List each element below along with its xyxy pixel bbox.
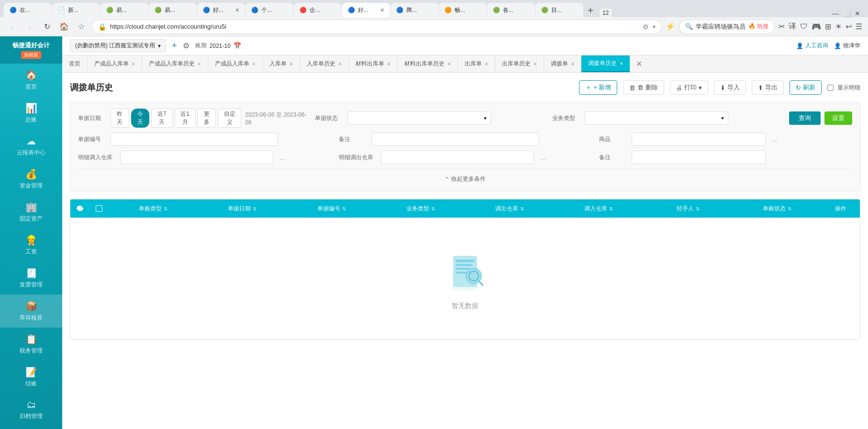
company-selector[interactable]: (勿删勿禁用) 江西服宝测试专用 ▾ <box>70 39 166 52</box>
tab-close-rkd[interactable]: × <box>289 61 293 67</box>
browser-tab-8[interactable]: 🔵 好... × <box>342 3 390 17</box>
grid-icon[interactable]: ⊞ <box>825 22 831 31</box>
search-bar[interactable]: 🔍 学霸应聘场驱鸟员 🔥 热搜 <box>679 20 775 34</box>
th-biz-type[interactable]: 业务类型 ⇅ <box>376 205 465 213</box>
nav-star-btn[interactable]: ☆ <box>75 20 88 33</box>
browser-tab-9[interactable]: 🔵 腾... <box>390 3 438 17</box>
refresh-btn[interactable]: ↻ 刷新 <box>790 80 822 95</box>
tab-close-ccrk[interactable]: × <box>132 61 135 67</box>
sidebar-item-home[interactable]: 🏠 首页 <box>0 64 62 97</box>
history-icon[interactable]: ↩ <box>846 22 852 31</box>
nav-forward-btn[interactable]: › <box>23 20 36 33</box>
collapse-btn[interactable]: ⌃ 收起更多条件 <box>445 173 486 185</box>
status-select[interactable]: ▾ <box>347 111 491 125</box>
th-settings[interactable] <box>70 205 89 212</box>
tab-close-ckdlsh[interactable]: × <box>534 61 537 67</box>
browser-tab-11[interactable]: 🟢 各... <box>487 3 535 17</box>
query-btn[interactable]: 查询 <box>789 111 821 125</box>
address-bar[interactable]: 🔒 https://cloud.chanjet.com/accounting/u… <box>92 20 662 34</box>
page-tab-ccrk[interactable]: 产成品入库单 × <box>88 56 142 72</box>
browser-tab-2[interactable]: 📄 新... <box>52 3 100 17</box>
sidebar-item-assets[interactable]: 🏢 固定资产 <box>0 196 62 229</box>
tab-close-ckd[interactable]: × <box>485 61 488 67</box>
browser-tab-4[interactable]: 🟢 易... <box>149 3 197 17</box>
tab-close-clckd[interactable]: × <box>387 61 390 67</box>
th-in-warehouse[interactable]: 调入仓库 ⇅ <box>554 205 643 213</box>
note2-input[interactable] <box>632 151 766 164</box>
user-profile[interactable]: 👤 徐泽华 <box>834 42 860 50</box>
new-tab-button[interactable]: + <box>584 4 597 17</box>
import-btn[interactable]: ⬇ 导入 <box>714 80 746 95</box>
ext-icon-1[interactable]: ⚡ <box>666 22 675 31</box>
sidebar-item-inventory[interactable]: 📦 库存核算 <box>0 295 62 328</box>
docnum-input[interactable] <box>111 132 278 146</box>
sidebar-item-archive[interactable]: 🗂 归档管理 <box>0 394 62 426</box>
sidebar-item-reports[interactable]: ☁ 云报表中心 <box>0 130 62 163</box>
date-btn-yesterday[interactable]: 昨天 <box>111 109 129 128</box>
browser-tab-7[interactable]: 🔴 企... <box>294 3 342 17</box>
th-doc-type[interactable]: 单账类型 ⇅ <box>109 205 198 213</box>
th-doc-date[interactable]: 单据日期 ⇅ <box>198 205 287 213</box>
tab-close-8[interactable]: × <box>380 6 384 14</box>
date-btn-1month[interactable]: 近1月 <box>175 109 196 128</box>
game-icon[interactable]: 🎮 <box>812 22 821 31</box>
settings-gear-icon[interactable]: ⚙ <box>183 41 189 50</box>
page-tab-ccrk2[interactable]: 产成品入库单 × <box>208 56 263 72</box>
add-account-btn[interactable]: + <box>172 41 177 51</box>
sidebar-item-settings[interactable]: ⚙ 基础设置 <box>0 426 62 429</box>
tab-close-dbd[interactable]: × <box>571 61 574 67</box>
tab-close-dbdlsh[interactable]: × <box>620 60 623 67</box>
page-tab-ccrklish[interactable]: 产成品入库单历史 × <box>142 56 208 72</box>
th-doc-num[interactable]: 单据编号 ⇅ <box>287 205 376 213</box>
goods-input[interactable] <box>632 132 766 146</box>
new-btn[interactable]: ＋ + 新增 <box>579 80 617 95</box>
th-checkbox[interactable] <box>89 205 109 212</box>
address-bar-dropdown[interactable]: ▾ <box>653 23 656 30</box>
note-input[interactable] <box>371 132 539 146</box>
out-warehouse-input[interactable] <box>381 151 534 164</box>
th-doc-status[interactable]: 单账状态 ⇅ <box>733 205 822 213</box>
date-btn-more[interactable]: 更多 <box>198 109 216 128</box>
browser-tab-10[interactable]: 🟠 畅... <box>439 3 487 17</box>
sidebar-item-tax[interactable]: 📋 税务管理 <box>0 328 62 361</box>
window-maximize-btn[interactable]: ⬜ <box>843 10 851 17</box>
sidebar-item-invoice[interactable]: 🧾 发票管理 <box>0 262 62 295</box>
sidebar-item-salary[interactable]: 👷 工资 <box>0 229 62 262</box>
period-value[interactable]: 2021-10 <box>210 43 231 49</box>
page-tab-home[interactable]: 首页 <box>62 56 88 72</box>
menu-icon[interactable]: ☰ <box>856 22 862 31</box>
filter-settings-btn[interactable]: 设置 <box>824 111 852 125</box>
th-out-warehouse[interactable]: 调出仓库 ⇅ <box>465 205 554 213</box>
th-handler[interactable]: 经手人 ⇅ <box>644 205 733 213</box>
in-warehouse-input[interactable] <box>120 151 273 164</box>
window-close-btn[interactable]: ✕ <box>855 10 860 17</box>
date-btn-today[interactable]: 今天 <box>131 109 150 128</box>
page-tab-rkd[interactable]: 入库单 × <box>263 56 300 72</box>
page-tabs-end-close[interactable]: ✕ <box>630 59 648 68</box>
page-tab-clckdlsh[interactable]: 材料出库单历史 × <box>398 56 458 72</box>
sidebar-item-funds[interactable]: 💰 资金管理 <box>0 163 62 196</box>
goods-ellipsis[interactable]: ... <box>769 136 780 143</box>
delete-btn[interactable]: 🗑 🗑 删除 <box>623 80 664 95</box>
nav-home-btn[interactable]: 🏠 <box>57 20 71 33</box>
date-btn-7days[interactable]: 近7天 <box>151 109 172 128</box>
show-all-input[interactable] <box>827 85 834 91</box>
shield-icon[interactable]: 🛡 <box>800 22 808 31</box>
tab-close-rkdlsh[interactable]: × <box>338 61 342 67</box>
business-select[interactable]: ▾ <box>585 111 728 125</box>
print-btn[interactable]: 🖨 打印 ▾ <box>670 80 708 95</box>
tab-close-clckdlsh[interactable]: × <box>447 61 451 67</box>
sun-icon[interactable]: ☀ <box>835 22 842 31</box>
tab-close-ccrk2[interactable]: × <box>252 61 256 67</box>
sidebar-item-close[interactable]: 📝 结账 <box>0 361 62 394</box>
window-minimize-btn[interactable]: — <box>832 10 839 17</box>
translate-icon[interactable]: 译 <box>789 22 796 32</box>
page-tab-clckd[interactable]: 材料出库单 × <box>349 56 398 72</box>
page-tab-ckdlsh[interactable]: 出库单历史 × <box>495 56 544 72</box>
tab-count-badge[interactable]: 12 <box>600 9 612 17</box>
browser-tab-6[interactable]: 🔵 个... <box>245 3 293 17</box>
date-btn-custom[interactable]: 自定义 <box>218 109 241 128</box>
nav-refresh-btn[interactable]: ↻ <box>40 20 54 33</box>
human-service-btn[interactable]: 👤 人工咨询 <box>796 42 828 50</box>
browser-tab-5[interactable]: 🔵 好... × <box>197 3 245 17</box>
